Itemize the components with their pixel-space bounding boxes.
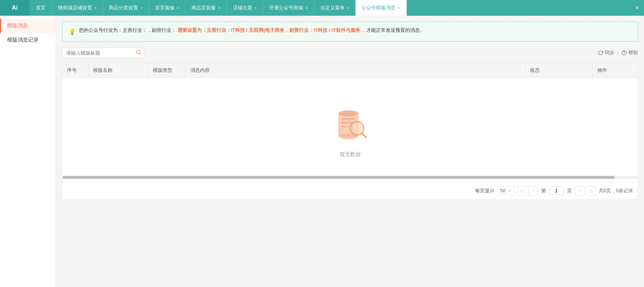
lightbulb-icon: 💡 — [68, 27, 76, 37]
first-page-button[interactable]: ⟨⟨ — [517, 186, 527, 196]
svg-line-1 — [140, 53, 141, 54]
col-type: 模版类型 — [148, 63, 186, 77]
horizontal-scrollbar[interactable] — [62, 176, 638, 179]
content-area: 💡 您的公众号行业为：主营行业：，副营行业： 需要设置为：主营行业：IT科技 /… — [56, 16, 644, 287]
app-logo[interactable]: Ai — [0, 0, 30, 16]
tab-custom-menu[interactable]: 自定义菜单 × — [314, 0, 355, 16]
close-icon[interactable]: × — [398, 6, 400, 10]
main-layout: 模版消息 模版消息记录 💡 您的公众号行业为：主营行业：，副营行业： 需要设置为… — [0, 16, 644, 287]
close-icon[interactable]: × — [218, 6, 220, 10]
search-input[interactable] — [62, 48, 144, 58]
page-unit: 页 — [567, 187, 572, 194]
close-icon[interactable]: × — [305, 6, 308, 10]
pagination: 每页显示 50 ⟨⟨ ＜ 第 页 ＞ ⟩⟩ 共0页，0条记录 — [62, 182, 638, 199]
tab-template-msg[interactable]: 公众号模版消息 × — [355, 0, 406, 16]
svg-point-0 — [137, 50, 140, 54]
sync-button[interactable]: 同步 — [598, 49, 614, 56]
tab-bar: Ai 首页 微商城店铺设置 × 商品分类设置 × 首页装修 × 商品页装修 × … — [0, 0, 644, 16]
page-label: 第 — [541, 187, 546, 194]
col-action: 操作 — [593, 63, 638, 77]
scrollbar-thumb[interactable] — [62, 176, 614, 179]
total-records: 共0页，0条记录 — [599, 187, 633, 194]
search-button[interactable] — [136, 50, 141, 56]
table-header: 序号 模版名称 模版类型 消息内容 状态 操作 — [62, 63, 638, 78]
tab-open-shop[interactable]: 开通公众号商城 × — [263, 0, 314, 16]
empty-state: 暂无数据 — [62, 78, 638, 173]
notice-box: 💡 您的公众号行业为：主营行业：，副营行业： 需要设置为：主营行业：IT科技 /… — [62, 22, 638, 42]
col-seq: 序号 — [62, 63, 89, 77]
close-icon[interactable]: × — [177, 6, 179, 10]
page-size-selector[interactable]: 50 — [497, 186, 514, 195]
col-name: 模版名称 — [89, 63, 148, 77]
search-left — [62, 48, 144, 58]
svg-point-13 — [354, 125, 356, 128]
svg-line-12 — [362, 133, 366, 137]
sidebar-item-template-msg[interactable]: 模版消息 — [0, 19, 56, 33]
help-button[interactable]: 帮助 — [622, 49, 638, 56]
col-status: 状态 — [526, 63, 593, 77]
search-bar: 同步 | 帮助 — [62, 48, 638, 58]
divider: | — [617, 50, 619, 56]
prev-page-button[interactable]: ＜ — [529, 186, 538, 196]
data-table: 序号 模版名称 模版类型 消息内容 状态 操作 — [62, 63, 638, 200]
sidebar-item-template-msg-record[interactable]: 模版消息记录 — [0, 33, 56, 47]
tab-micro-shop[interactable]: 微商城店铺设置 × — [52, 0, 103, 16]
pagination-nav: ⟨⟨ ＜ 第 页 ＞ ⟩⟩ — [517, 186, 596, 196]
col-content: 消息内容 — [186, 63, 526, 77]
tab-shop-theme[interactable]: 店铺主题 × — [227, 0, 263, 16]
sidebar: 模版消息 模版消息记录 — [0, 16, 56, 287]
page-size-label: 每页显示 — [475, 187, 494, 194]
tab-home[interactable]: 首页 — [30, 0, 52, 16]
close-icon[interactable]: × — [255, 6, 257, 10]
last-page-button[interactable]: ⟩⟩ — [586, 186, 596, 196]
svg-point-6 — [338, 110, 358, 116]
empty-illustration — [328, 100, 373, 145]
page-number-input[interactable] — [549, 186, 564, 195]
global-close-button[interactable]: × — [630, 4, 644, 11]
close-icon[interactable]: × — [347, 6, 349, 10]
close-icon[interactable]: × — [94, 6, 96, 10]
close-icon[interactable]: × — [140, 6, 142, 10]
search-input-wrap — [62, 48, 144, 58]
next-page-button[interactable]: ＞ — [575, 186, 585, 196]
search-right: 同步 | 帮助 — [598, 49, 638, 56]
svg-point-11 — [352, 124, 361, 133]
tab-product-decor[interactable]: 商品页装修 × — [185, 0, 227, 16]
tab-homepage-decor[interactable]: 首页装修 × — [149, 0, 185, 16]
tab-product-category[interactable]: 商品分类设置 × — [103, 0, 149, 16]
empty-text: 暂无数据 — [340, 151, 361, 158]
